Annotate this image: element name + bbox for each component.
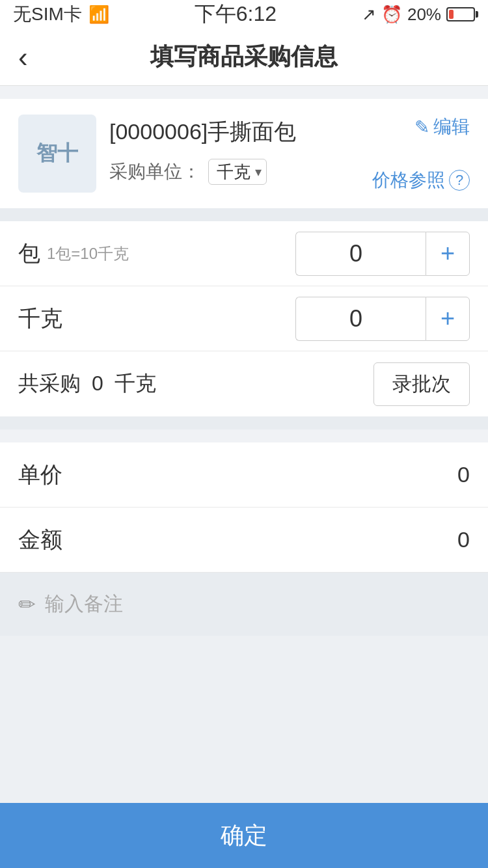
product-card: 智十 [0000006]手撕面包 采购单位： 千克 ✎ 编辑 价格参照 ? <box>0 99 488 208</box>
section-divider-2 <box>0 416 488 429</box>
nav-bar: ‹ 填写商品采购信息 <box>0 29 488 86</box>
carrier-text: 无SIM卡 <box>13 2 82 27</box>
note-placeholder: 输入备注 <box>45 591 123 617</box>
status-time: 下午6:12 <box>195 0 277 29</box>
price-ref-button[interactable]: 价格参照 ? <box>372 168 470 193</box>
location-icon: ↗ <box>362 5 376 25</box>
unit-label: 采购单位： <box>109 159 200 184</box>
batch-button[interactable]: 录批次 <box>373 362 470 406</box>
wifi-icon: 📶 <box>88 5 109 25</box>
status-left: 无SIM卡 📶 <box>13 2 109 27</box>
status-bar: 无SIM卡 📶 下午6:12 ↗ ⏰ 20% <box>0 0 488 29</box>
pencil-icon: ✏ <box>18 592 36 617</box>
product-logo: 智十 <box>36 139 78 168</box>
edit-label: 编辑 <box>433 115 470 139</box>
amount-label: 金额 <box>18 525 62 555</box>
amount-row: 金额 0 <box>0 508 488 573</box>
unit-price-row: 单价 0 <box>0 442 488 508</box>
battery-percent: 20% <box>407 5 441 25</box>
kg-label: 千克 <box>18 304 62 334</box>
unit-select-wrapper[interactable]: 千克 <box>208 159 267 185</box>
bag-label: 包 <box>18 239 40 269</box>
bag-plus-button[interactable]: + <box>426 232 470 276</box>
battery-icon <box>446 7 475 21</box>
page-title: 填写商品采购信息 <box>150 41 338 73</box>
back-button[interactable]: ‹ <box>18 43 28 72</box>
bag-input[interactable] <box>295 232 426 276</box>
summary-amount: 0 <box>92 372 103 395</box>
confirm-label: 确定 <box>221 820 267 852</box>
help-icon: ? <box>449 170 470 191</box>
kg-controls: + <box>295 297 470 341</box>
summary-prefix: 共采购 <box>18 372 81 395</box>
kg-plus-button[interactable]: + <box>426 297 470 341</box>
note-section[interactable]: ✏ 输入备注 <box>0 573 488 636</box>
unit-price-value: 0 <box>457 462 470 487</box>
input-section: 包 1包=10千克 + 千克 + <box>0 221 488 351</box>
bag-controls: + <box>295 232 470 276</box>
bag-input-row: 包 1包=10千克 + <box>0 221 488 286</box>
price-ref-label: 价格参照 <box>372 168 445 193</box>
unit-select[interactable]: 千克 <box>208 159 267 185</box>
alarm-icon: ⏰ <box>381 5 402 25</box>
edit-icon: ✎ <box>414 116 429 138</box>
status-right: ↗ ⏰ 20% <box>362 5 475 25</box>
bag-sublabel: 1包=10千克 <box>47 243 129 264</box>
section-divider-1 <box>0 208 488 221</box>
amount-value: 0 <box>457 527 470 552</box>
kg-input-row: 千克 + <box>0 286 488 351</box>
summary-text: 共采购 0 千克 <box>18 370 156 398</box>
summary-row: 共采购 0 千克 录批次 <box>0 351 488 416</box>
summary-unit: 千克 <box>115 372 156 395</box>
edit-button[interactable]: ✎ 编辑 <box>414 115 470 139</box>
confirm-button[interactable]: 确定 <box>0 803 488 868</box>
kg-input[interactable] <box>295 297 426 341</box>
price-section: 单价 0 金额 0 <box>0 442 488 573</box>
unit-price-label: 单价 <box>18 460 62 490</box>
product-image: 智十 <box>18 115 96 193</box>
